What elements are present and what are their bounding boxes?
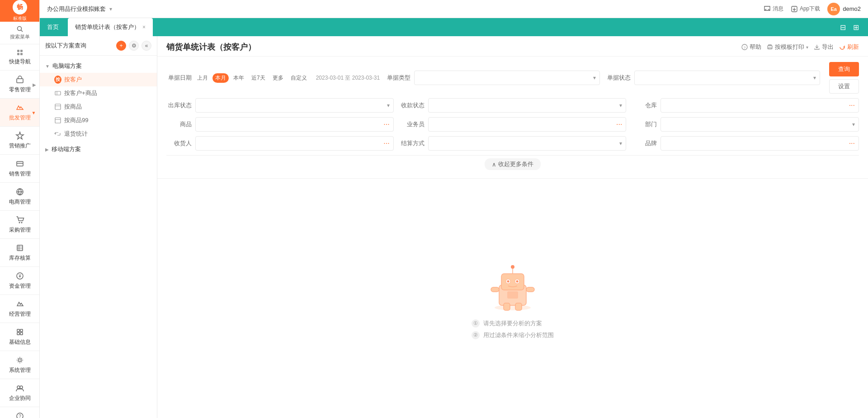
order-status-control[interactable]: ▾ [634,71,820,85]
topbar-dropdown-btn[interactable]: ▾ [109,6,112,12]
sidebar-quick-nav[interactable]: 快捷导航 [0,44,40,71]
dept-label: 部门 [632,120,657,128]
collapse-row: ∧ 收起更多条件 [166,155,859,173]
scheme-item-goods99[interactable]: 按商品99 [40,114,157,127]
collapse-btn[interactable]: ∧ 收起更多条件 [485,158,541,170]
sidebar-item-retail[interactable]: 零售管理 ▶ [0,71,40,99]
out-status-control[interactable]: ▾ [195,98,394,113]
svg-rect-39 [55,118,61,123]
mobile-group-header[interactable]: ▶ 移动端方案 [40,142,157,156]
date-tab-custom[interactable]: 自定义 [288,73,310,83]
scheme-item-customer-goods[interactable]: 按客户+商品 [40,86,157,100]
help-label: 帮助 [750,43,761,51]
search-icon [16,25,24,33]
desktop-group-header[interactable]: ▼ 电脑端方案 [40,59,157,73]
customer-goods-icon [54,90,61,97]
retail-icon [15,75,24,84]
page-actions: ? 帮助 按模板打印 ▾ 导出 刷新 [741,43,859,51]
date-tab-7days[interactable]: 近7天 [249,73,268,83]
svg-point-0 [17,27,21,31]
brand-dots[interactable]: ··· [849,139,855,147]
sidebar-item-collab[interactable]: 企业协同 [0,379,40,407]
goods-dots[interactable]: ··· [383,120,389,128]
receipt-status-label: 收款状态 [399,101,425,109]
sidebar-item-inventory[interactable]: 库存核算 [0,239,40,267]
svg-point-45 [495,305,531,310]
order-type-control[interactable]: ▾ [414,71,600,85]
collapse-panel-btn[interactable]: « [142,41,151,51]
scheme-item-return[interactable]: 退货统计 [40,127,157,141]
filter-brand: 品牌 ··· [632,136,859,151]
goods-control[interactable]: ··· [195,117,394,132]
logo-icon: 畅 [13,0,27,14]
setting-btn[interactable]: 设置 [829,79,859,94]
sidebar-item-finance[interactable]: ¥ 资金管理 [0,267,40,295]
receipt-status-control[interactable]: ▾ [428,98,627,113]
scheme-item-customer[interactable]: 按 按客户 [40,73,157,86]
tab-sales-stat[interactable]: 销货单统计表（按客户） × [68,18,153,36]
svg-rect-44 [769,48,771,49]
order-type-chevron: ▾ [593,75,596,81]
svg-rect-21 [20,332,23,335]
tab-home[interactable]: 首页 [40,18,66,36]
consignee-dots[interactable]: ··· [383,139,389,147]
sidebar-item-basic[interactable]: 基础信息 [0,323,40,351]
salesperson-control[interactable]: ··· [428,117,627,132]
date-range-text: 2023-03-01 至 2023-03-31 [316,74,380,82]
print-btn[interactable]: 按模板打印 ▾ [767,43,808,51]
refresh-label: 刷新 [847,43,859,51]
goods99-icon [54,117,61,124]
order-status-chevron: ▾ [813,75,816,81]
sidebar-item-ecommerce[interactable]: 电商管理 [0,183,40,211]
message-btn[interactable]: 消息 [764,5,783,13]
export-icon [814,44,820,50]
date-tab-this-month[interactable]: 本月 [212,73,229,83]
query-btn[interactable]: 查询 [829,62,859,76]
export-btn[interactable]: 导出 [814,43,834,51]
brand-control[interactable]: ··· [660,136,859,151]
dept-control[interactable]: ▾ [660,117,859,132]
edit-scheme-btn[interactable]: ⚙ [129,41,139,51]
sidebar-item-operation[interactable]: 经营管理 [0,295,40,323]
search-menu[interactable]: 搜索菜单 [0,22,40,44]
svg-rect-35 [55,91,61,95]
sidebar-item-wholesale[interactable]: 批发管理 ▼ [0,99,40,127]
date-tab-last-month[interactable]: 上月 [194,73,211,83]
mobile-group-arrow: ▶ [45,147,49,152]
svg-point-10 [19,222,20,223]
consignee-control[interactable]: ··· [195,136,394,151]
app-download-btn[interactable]: App下载 [791,5,820,13]
svg-text:¥: ¥ [18,274,21,279]
sidebar-basic-label: 基础信息 [9,338,31,346]
ecommerce-icon [15,187,24,196]
date-tab-this-year[interactable]: 本年 [231,73,247,83]
sidebar-item-purchase[interactable]: 采购管理 [0,211,40,239]
sidebar-item-marketing[interactable]: 营销推广 [0,127,40,155]
tab-minimize-btn[interactable]: ⊟ [840,23,846,32]
filter-warehouse: 仓库 ··· [632,98,859,113]
app-logo[interactable]: 畅 标准版 [0,0,40,22]
user-profile-btn[interactable]: Ea demo2 [827,3,861,15]
tip-text-2: 用过滤条件来缩小分析范围 [483,331,554,339]
salesperson-dots[interactable]: ··· [616,120,622,128]
help-btn[interactable]: ? 帮助 [741,43,761,51]
tab-maximize-btn[interactable]: ⊞ [853,23,859,32]
refresh-btn[interactable]: 刷新 [839,43,859,51]
sidebar-collab-label: 企业协同 [9,394,31,402]
left-panel: 按以下方案查询 + ⚙ « ▼ 电脑端方案 按 [40,36,157,418]
warehouse-dots[interactable]: ··· [849,101,855,109]
add-scheme-btn[interactable]: + [116,41,126,51]
left-panel-header: 按以下方案查询 + ⚙ « [40,36,157,56]
scheme-item-goods[interactable]: 按商品 [40,100,157,114]
settlement-control[interactable]: ▾ [428,136,627,151]
print-dropdown-arrow[interactable]: ▾ [806,45,808,50]
filter-order-type: 单据类型 ▾ [385,71,600,85]
date-tab-more[interactable]: 更多 [270,73,286,83]
sidebar-item-guide[interactable]: ? 新手引导 [0,407,40,418]
sidebar-item-system[interactable]: 系统管理 [0,351,40,379]
sidebar-retail-label: 零售管理 [9,86,31,94]
warehouse-control[interactable]: ··· [660,98,859,113]
purchase-icon [15,215,24,224]
sidebar-item-sales[interactable]: 销售管理 [0,155,40,183]
tab-close-btn[interactable]: × [142,24,146,30]
